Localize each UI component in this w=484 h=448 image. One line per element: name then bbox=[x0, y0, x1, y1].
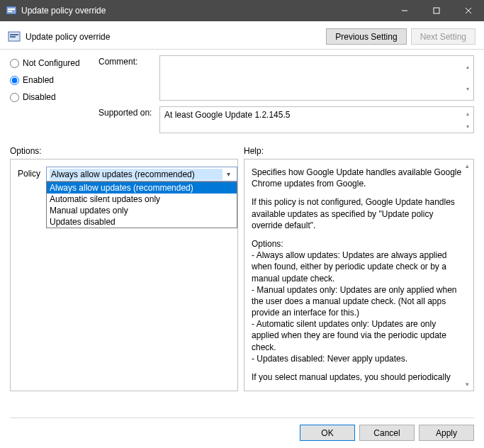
help-scroll-up[interactable]: ▴ bbox=[462, 161, 472, 171]
radio-disabled[interactable]: Disabled bbox=[10, 92, 91, 102]
close-button[interactable] bbox=[452, 0, 484, 21]
minimize-button[interactable] bbox=[388, 0, 420, 21]
policy-option-1[interactable]: Automatic silent updates only bbox=[47, 194, 237, 205]
radio-enabled[interactable]: Enabled bbox=[10, 75, 91, 85]
svg-rect-0 bbox=[6, 6, 16, 14]
title-bar: Update policy override bbox=[0, 0, 484, 21]
comment-label: Comment: bbox=[99, 55, 159, 101]
svg-rect-8 bbox=[10, 34, 18, 35]
policy-option-0[interactable]: Always allow updates (recommended) bbox=[47, 182, 237, 194]
apply-button[interactable]: Apply bbox=[419, 425, 474, 441]
radio-enabled-input[interactable] bbox=[10, 76, 19, 85]
policy-icon bbox=[7, 30, 21, 44]
radio-not-configured[interactable]: Not Configured bbox=[10, 58, 91, 68]
supported-on-field: At least Google Update 1.2.145.5 ▴ ▾ bbox=[159, 106, 474, 133]
help-p8: If you select manual updates, you should… bbox=[252, 371, 463, 383]
header: Update policy override Previous Setting … bbox=[0, 21, 484, 50]
help-text: Specifies how Google Update handles avai… bbox=[252, 167, 466, 383]
supported-on-label: Supported on: bbox=[99, 106, 159, 133]
app-icon bbox=[6, 5, 17, 16]
comment-spin-down[interactable]: ▾ bbox=[462, 78, 473, 100]
comment-spin-up[interactable]: ▴ bbox=[462, 56, 473, 78]
radio-not-configured-label: Not Configured bbox=[23, 58, 80, 68]
supported-on-value: At least Google Update 1.2.145.5 bbox=[164, 110, 290, 120]
footer-divider bbox=[10, 418, 474, 418]
help-panel: ▴ ▾ Specifies how Google Update handles … bbox=[244, 159, 474, 391]
help-p3: Options: bbox=[252, 238, 463, 250]
chevron-down-icon: ▾ bbox=[223, 170, 234, 178]
help-p5: - Manual updates only: Updates are only … bbox=[252, 284, 463, 319]
comment-field[interactable]: ▴ ▾ bbox=[159, 55, 474, 101]
window-title: Update policy override bbox=[21, 6, 388, 16]
svg-rect-1 bbox=[8, 9, 15, 10]
help-p7: - Updates disabled: Never apply updates. bbox=[252, 353, 463, 364]
policy-dropdown: Always allow updates (recommended) Autom… bbox=[46, 181, 237, 228]
ok-button[interactable]: OK bbox=[300, 425, 355, 441]
next-setting-button: Next Setting bbox=[411, 28, 475, 45]
footer-buttons: OK Cancel Apply bbox=[300, 425, 474, 441]
options-section-label: Options: bbox=[10, 146, 244, 156]
maximize-button[interactable] bbox=[420, 0, 452, 21]
supported-spin-down[interactable]: ▾ bbox=[462, 120, 473, 133]
policy-option-3[interactable]: Updates disabled bbox=[47, 216, 237, 228]
policy-label: Policy bbox=[18, 167, 40, 179]
radio-disabled-label: Disabled bbox=[23, 92, 56, 102]
policy-select-value: Always allow updates (recommended) bbox=[50, 169, 223, 180]
options-panel: Policy Always allow updates (recommended… bbox=[10, 159, 238, 391]
cancel-button[interactable]: Cancel bbox=[359, 425, 415, 441]
radio-enabled-label: Enabled bbox=[23, 75, 54, 85]
help-p2: If this policy is not configured, Google… bbox=[252, 196, 463, 231]
help-section-label: Help: bbox=[244, 146, 264, 156]
header-title: Update policy override bbox=[26, 32, 322, 42]
supported-spin-up[interactable]: ▴ bbox=[462, 107, 473, 120]
svg-rect-4 bbox=[434, 8, 439, 13]
policy-option-2[interactable]: Manual updates only bbox=[47, 205, 237, 216]
help-p6: - Automatic silent updates only: Updates… bbox=[252, 318, 463, 353]
state-radio-group: Not Configured Enabled Disabled bbox=[10, 55, 91, 139]
radio-disabled-input[interactable] bbox=[10, 93, 19, 102]
radio-not-configured-input[interactable] bbox=[10, 59, 19, 68]
policy-select[interactable]: Always allow updates (recommended) ▾ bbox=[46, 167, 237, 181]
help-p4: - Always allow updates: Updates are alwa… bbox=[252, 250, 463, 284]
help-p1: Specifies how Google Update handles avai… bbox=[252, 167, 463, 189]
previous-setting-button[interactable]: Previous Setting bbox=[326, 28, 406, 45]
help-scroll-down[interactable]: ▾ bbox=[462, 379, 472, 389]
svg-rect-2 bbox=[8, 11, 12, 12]
svg-rect-9 bbox=[10, 36, 16, 38]
